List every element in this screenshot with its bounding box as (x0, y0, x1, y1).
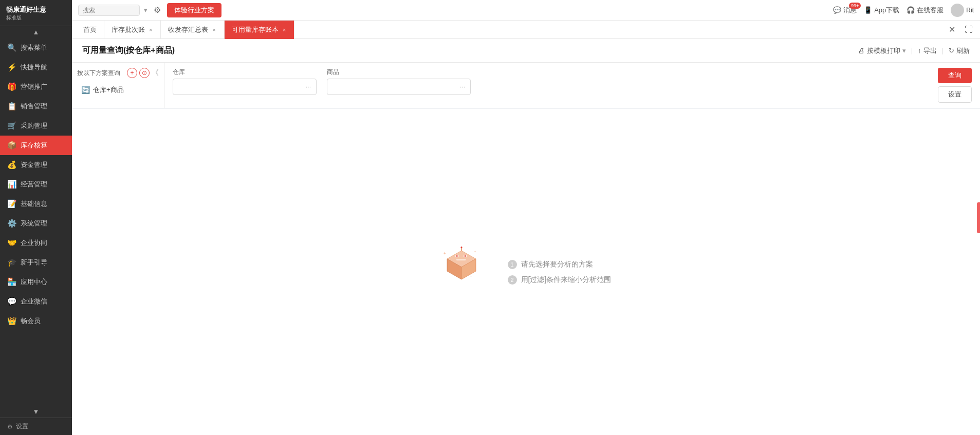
sidebar-item-label-operations: 经营管理 (21, 180, 47, 189)
scheme-panel: 按以下方案查询 + ⊙ 《 🔄 仓库+商品 (72, 63, 164, 108)
sidebar-item-label-finance: 资金管理 (21, 160, 47, 169)
tab-maximize-button[interactable]: ⛶ (961, 24, 976, 35)
tab-home[interactable]: 首页 (76, 21, 104, 39)
svg-text:✦: ✦ (470, 274, 472, 278)
wechat-icon: 💬 (7, 297, 16, 306)
sidebar-item-newbie[interactable]: 🎓 新手引导 (0, 253, 72, 272)
tab-close-all-button[interactable]: ✕ (946, 24, 958, 35)
tabbar: 首页 库存批次账 × 收发存汇总表 × 可用量库存账本 × ✕ ⛶ (72, 21, 980, 39)
tab-collect-summary-close[interactable]: × (211, 26, 216, 33)
logo-title: 畅康通好生意 (6, 5, 66, 14)
app-download-button[interactable]: 📱 App下载 (864, 6, 899, 15)
tab-collect-summary-label: 收发存汇总表 (168, 25, 208, 34)
sidebar-item-marketing[interactable]: 🎁 营销推广 (0, 77, 72, 97)
svg-text:✦: ✦ (474, 250, 476, 253)
export-label: 导出 (923, 46, 937, 55)
search-input[interactable] (78, 5, 140, 16)
tab-available-ledger-close[interactable]: × (282, 26, 287, 33)
empty-illustration: ✦ ✦ ✦ (441, 247, 492, 298)
sidebar-item-basic[interactable]: 📝 基础信息 (0, 194, 72, 214)
sidebar-item-label-system: 系统管理 (21, 219, 47, 228)
trial-button[interactable]: 体验行业方案 (167, 3, 221, 17)
gear-icon[interactable]: ⚙ (154, 5, 161, 15)
sidebar-item-wechat[interactable]: 💬 企业微信 (0, 292, 72, 311)
marketing-icon: 🎁 (7, 82, 16, 91)
username-label: Rit (966, 7, 974, 14)
right-scroll-hint (977, 202, 980, 233)
filter-warehouse-input-wrap: ··· (173, 79, 317, 95)
sidebar-item-system[interactable]: ⚙️ 系统管理 (0, 214, 72, 233)
sidebar-item-label-marketing: 营销推广 (21, 82, 47, 91)
sidebar-item-enterprise[interactable]: 🤝 企业协同 (0, 233, 72, 253)
scheme-edit-button[interactable]: ⊙ (139, 68, 150, 78)
sidebar-item-member[interactable]: 👑 畅会员 (0, 311, 72, 331)
sidebar-item-purchase[interactable]: 🛒 采购管理 (0, 116, 72, 136)
filter-goods-label: 商品 (327, 68, 471, 77)
refresh-label: 刷新 (956, 46, 970, 55)
settings-button[interactable]: 设置 (938, 86, 972, 103)
quick-nav-icon: ⚡ (7, 63, 16, 72)
newbie-icon: 🎓 (7, 258, 16, 267)
dropdown-icon[interactable]: ▾ (144, 6, 147, 14)
tab-available-ledger[interactable]: 可用量库存账本 × (225, 21, 294, 39)
page-header-actions: 🖨 按模板打印 ▾ | ↑ 导出 | ↻ 刷新 (858, 46, 970, 62)
step-num-2: 2 (508, 275, 517, 285)
refresh-icon: ↻ (949, 47, 954, 54)
user-area[interactable]: Rit (951, 4, 974, 17)
tab-inventory-batch-close[interactable]: × (148, 26, 153, 33)
scheme-item-warehouse-goods[interactable]: 🔄 仓库+商品 (77, 82, 159, 98)
svg-point-6 (464, 255, 466, 256)
purchase-icon: 🛒 (7, 121, 16, 130)
separator-2: | (942, 47, 944, 54)
refresh-button[interactable]: ↻ 刷新 (949, 46, 970, 55)
sidebar-item-inventory[interactable]: 📦 库存核算 (0, 136, 72, 155)
filter-row: 仓库 ··· 商品 ··· (164, 63, 938, 108)
print-dropdown-icon[interactable]: ▾ (902, 47, 906, 54)
filter-warehouse-group: 仓库 ··· (173, 68, 317, 95)
scheme-add-button[interactable]: + (127, 68, 137, 78)
sidebar-item-finance[interactable]: 💰 资金管理 (0, 155, 72, 175)
sidebar-item-label-newbie: 新手引导 (21, 258, 47, 267)
print-button[interactable]: 🖨 按模板打印 ▾ (858, 46, 906, 55)
page-content: 可用量查询(按仓库+商品) 🖨 按模板打印 ▾ | ↑ 导出 | ↻ 刷新 (72, 39, 980, 435)
sidebar-scroll-up[interactable]: ▲ (0, 26, 72, 38)
tab-inventory-batch[interactable]: 库存批次账 × (104, 21, 161, 39)
sidebar-scroll-down[interactable]: ▼ (0, 406, 72, 418)
scheme-panel-header: 按以下方案查询 + ⊙ 《 (77, 68, 159, 78)
message-button[interactable]: 💬 消息 99+ (833, 6, 857, 15)
svg-point-9 (460, 247, 462, 248)
filter-goods-group: 商品 ··· (327, 68, 471, 95)
sidebar-item-operations[interactable]: 📊 经营管理 (0, 175, 72, 194)
sidebar-bottom[interactable]: ⚙ 设置 (0, 418, 72, 435)
scheme-panel-title: 按以下方案查询 (77, 69, 120, 78)
topbar: ▾ ⚙ 体验行业方案 💬 消息 99+ 📱 App下载 🎧 在线客服 Rit (72, 0, 980, 21)
empty-step-1: 1 请先选择要分析的方案 (508, 260, 612, 269)
page-header: 可用量查询(按仓库+商品) 🖨 按模板打印 ▾ | ↑ 导出 | ↻ 刷新 (72, 39, 980, 63)
tabbar-end: ✕ ⛶ (946, 24, 976, 35)
online-service-button[interactable]: 🎧 在线客服 (907, 6, 944, 15)
sidebar-item-label-basic: 基础信息 (21, 199, 47, 209)
print-icon: 🖨 (858, 47, 865, 54)
main-area: ▾ ⚙ 体验行业方案 💬 消息 99+ 📱 App下载 🎧 在线客服 Rit (72, 0, 980, 435)
empty-texts: 1 请先选择要分析的方案 2 用[过滤]条件来缩小分析范围 (508, 260, 612, 285)
tab-home-label: 首页 (83, 25, 97, 34)
filter-warehouse-more-btn[interactable]: ··· (305, 82, 312, 91)
cube-svg: ✦ ✦ ✦ (441, 247, 482, 288)
sidebar-item-label-purchase: 采购管理 (21, 121, 47, 130)
filter-goods-more-btn[interactable]: ··· (459, 82, 466, 91)
tab-inventory-batch-label: 库存批次账 (112, 25, 145, 34)
export-button[interactable]: ↑ 导出 (918, 46, 937, 55)
query-button[interactable]: 查询 (938, 68, 972, 83)
tab-available-ledger-label: 可用量库存账本 (232, 25, 279, 34)
sidebar-item-search[interactable]: 🔍 搜索菜单 (0, 38, 72, 58)
tab-collect-summary[interactable]: 收发存汇总表 × (161, 21, 224, 39)
scheme-collapse-button[interactable]: 《 (152, 68, 159, 78)
empty-area: ✦ ✦ ✦ 1 请先选择要分析的方案 2 用[过滤]条件来缩小分析范围 (72, 109, 980, 435)
sidebar-item-sales[interactable]: 📋 销售管理 (0, 97, 72, 116)
empty-step-2: 2 用[过滤]条件来缩小分析范围 (508, 275, 612, 285)
filter-warehouse-input[interactable] (177, 83, 305, 91)
filter-goods-input-wrap: ··· (327, 79, 471, 95)
filter-goods-input[interactable] (331, 83, 459, 91)
sidebar-item-appstore[interactable]: 🏪 应用中心 (0, 272, 72, 292)
sidebar-item-quick-nav[interactable]: ⚡ 快捷导航 (0, 58, 72, 77)
